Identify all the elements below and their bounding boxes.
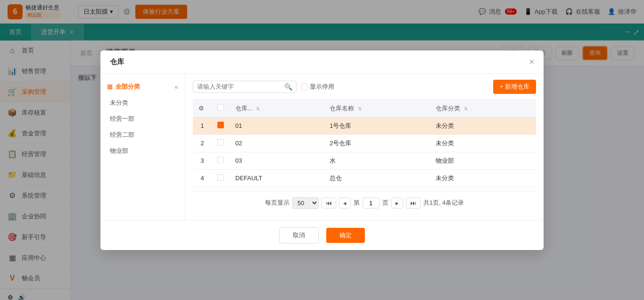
category-collapse-button[interactable]: « [174, 83, 178, 91]
td-name: 2号仓库 [324, 134, 430, 152]
category-dept2-label: 经营二部 [110, 131, 134, 138]
category-property-label: 物业部 [110, 147, 128, 154]
page-input[interactable] [363, 198, 380, 208]
row-index: 4 [200, 175, 204, 182]
td-category: 未分类 [430, 169, 536, 187]
page-label: 第 [354, 199, 360, 207]
total-text: 共1页, 4条记录 [423, 199, 464, 207]
table-scroll-area: ⚙ 仓库... ⇅ 仓库名称 ⇅ [193, 100, 536, 187]
per-page-select[interactable]: 50 20 100 [292, 197, 319, 209]
td-category: 未分类 [430, 117, 536, 134]
th-name-sort-icon: ⇅ [358, 106, 362, 111]
search-box: 🔍 [193, 81, 297, 93]
th-gear[interactable]: ⚙ [193, 100, 212, 117]
modal-footer: 取消 确定 [100, 220, 544, 250]
th-code-label: 仓库... [235, 105, 253, 112]
category-all-label: 全部分类 [116, 83, 140, 91]
td-name: 水 [324, 152, 430, 169]
modal-close-button[interactable]: × [529, 57, 534, 67]
page-last-button[interactable]: ⏭ [406, 198, 421, 208]
td-actions: 2 [193, 134, 212, 152]
page-next-button[interactable]: ▸ [391, 198, 403, 208]
th-name-label: 仓库名称 [330, 105, 354, 112]
page-first-button[interactable]: ⏮ [322, 198, 336, 208]
category-panel: ⊞ 全部分类 « 未分类 经营一部 经营二部 物业部 [100, 74, 185, 220]
td-name: 1号仓库 [324, 117, 430, 134]
category-property[interactable]: 物业部 [100, 143, 185, 159]
th-category[interactable]: 仓库分类 ⇅ [430, 100, 536, 117]
modal-header: 仓库 × [100, 50, 544, 74]
th-name[interactable]: 仓库名称 ⇅ [324, 100, 430, 117]
td-checkbox [212, 117, 230, 134]
category-dept1[interactable]: 经营一部 [100, 111, 185, 127]
search-input[interactable] [197, 83, 284, 90]
table-row[interactable]: 3 03 水 物业部 [193, 152, 536, 169]
category-unclassified-label: 未分类 [110, 99, 128, 106]
row-checkbox[interactable] [217, 139, 224, 146]
category-unclassified[interactable]: 未分类 [100, 95, 185, 111]
show-disabled-checkbox[interactable] [301, 83, 308, 90]
grid-icon: ⊞ [107, 83, 113, 91]
table-row[interactable]: 4 DEFAULT 总仓 未分类 [193, 169, 536, 187]
td-actions: 3 [193, 152, 212, 169]
category-all-button[interactable]: ⊞ 全部分类 [107, 83, 140, 91]
row-index: 2 [200, 140, 204, 147]
td-checkbox [212, 169, 230, 187]
modal-body: ⊞ 全部分类 « 未分类 经营一部 经营二部 物业部 [100, 74, 544, 220]
pagination: 每页显示 50 20 100 ⏮ ◂ 第 页 ▸ ⏭ 共1页, 4条记录 [193, 191, 536, 215]
warehouse-table: ⚙ 仓库... ⇅ 仓库名称 ⇅ [193, 100, 536, 187]
row-index: 1 [200, 122, 204, 129]
td-category: 物业部 [430, 152, 536, 169]
table-panel: 🔍 显示停用 + 新增仓库 ⚙ [185, 74, 544, 220]
th-select-all-checkbox[interactable] [217, 104, 224, 111]
td-code: 02 [230, 134, 324, 152]
warehouse-modal: 仓库 × ⊞ 全部分类 « 未分类 经营一部 [100, 50, 544, 250]
confirm-button[interactable]: 确定 [326, 228, 365, 243]
row-index: 3 [200, 157, 204, 164]
show-disabled-checkbox-group: 显示停用 [301, 83, 334, 91]
td-actions: 1 [193, 117, 212, 134]
category-header: ⊞ 全部分类 « [100, 79, 185, 95]
category-dept1-label: 经营一部 [110, 115, 134, 122]
per-page-label: 每页显示 [265, 199, 289, 207]
table-row[interactable]: 2 02 2号仓库 未分类 [193, 134, 536, 152]
add-warehouse-button[interactable]: + 新增仓库 [493, 80, 536, 94]
row-checkbox[interactable] [217, 157, 224, 163]
modal-title: 仓库 [110, 58, 124, 67]
cancel-button[interactable]: 取消 [279, 227, 319, 243]
search-icon[interactable]: 🔍 [284, 83, 292, 91]
row-checkbox[interactable] [217, 122, 224, 128]
category-dept2[interactable]: 经营二部 [100, 127, 185, 143]
modal-toolbar: 🔍 显示停用 + 新增仓库 [193, 80, 536, 94]
td-code: 03 [230, 152, 324, 169]
td-code: DEFAULT [230, 169, 324, 187]
th-code-sort-icon: ⇅ [256, 106, 260, 111]
td-code: 01 [230, 117, 324, 134]
show-disabled-label: 显示停用 [310, 83, 334, 91]
td-category: 未分类 [430, 134, 536, 152]
td-checkbox [212, 134, 230, 152]
th-checkbox [212, 100, 230, 117]
row-checkbox[interactable] [217, 174, 224, 181]
table-row[interactable]: 1 01 1号仓库 未分类 [193, 117, 536, 134]
table-header-row: ⚙ 仓库... ⇅ 仓库名称 ⇅ [193, 100, 536, 117]
td-actions: 4 [193, 169, 212, 187]
th-category-label: 仓库分类 [436, 105, 460, 112]
modal-overlay: 仓库 × ⊞ 全部分类 « 未分类 经营一部 [0, 0, 644, 300]
td-name: 总仓 [324, 169, 430, 187]
gear-th-icon: ⚙ [198, 105, 204, 112]
th-code[interactable]: 仓库... ⇅ [230, 100, 324, 117]
th-category-sort-icon: ⇅ [464, 106, 468, 111]
page-unit: 页 [382, 199, 388, 207]
page-prev-button[interactable]: ◂ [339, 198, 351, 208]
td-checkbox [212, 152, 230, 169]
